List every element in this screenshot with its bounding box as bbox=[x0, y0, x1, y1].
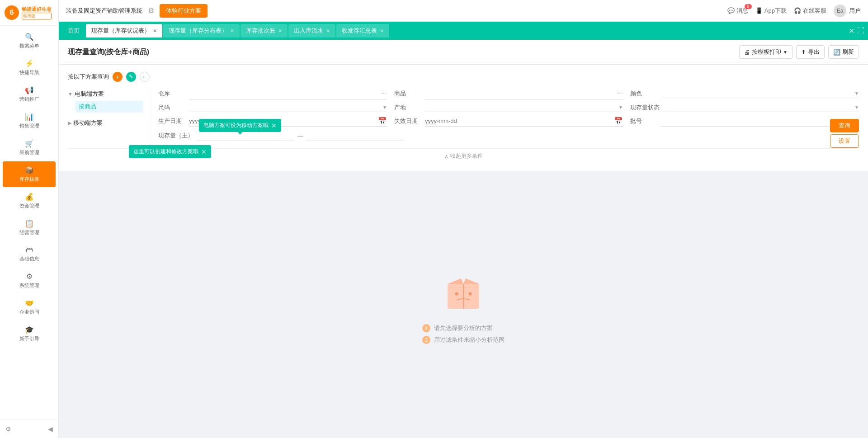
filter-edit-btn[interactable]: ✎ bbox=[126, 72, 136, 82]
print-template-btn[interactable]: 🖨 按模板打印 ▼ bbox=[739, 45, 793, 59]
sidebar-item-inventory[interactable]: 📦 库存核算 bbox=[3, 161, 56, 187]
reset-button[interactable]: 设置 bbox=[830, 134, 859, 148]
sidebar-item-enterprise[interactable]: 🤝 企业协同 bbox=[3, 294, 56, 320]
scheme-item-label: 按商品 bbox=[79, 103, 96, 111]
scheme-item-jieshangpin[interactable]: 按商品 bbox=[75, 101, 143, 113]
mobile-scheme-header[interactable]: ▶ 移动端方案 bbox=[68, 116, 143, 130]
sidebar-item-newbie[interactable]: 🎓 新手引导 bbox=[3, 321, 56, 347]
stock-main-to-input[interactable] bbox=[306, 130, 404, 141]
empty-step-2: 2 用过滤条件来缩小分析范围 bbox=[422, 336, 505, 344]
tooltip1-close[interactable]: ✕ bbox=[271, 122, 277, 129]
empty-step-1: 1 请先选择要分析的方案 bbox=[422, 324, 505, 332]
tab-stock-batch-close[interactable]: ✕ bbox=[278, 28, 282, 34]
collapse-label: 收起更多条件 bbox=[450, 152, 483, 160]
step1-num: 1 bbox=[422, 324, 430, 332]
user-area[interactable]: Ea 用户 bbox=[834, 5, 861, 17]
export-btn[interactable]: ⬆ 导出 bbox=[796, 45, 825, 59]
tab-in-out[interactable]: 出入库流水 ✕ bbox=[288, 24, 335, 38]
export-label: 导出 bbox=[808, 48, 820, 56]
sidebar-item-guide[interactable]: ⚡ 快捷导航 bbox=[3, 55, 56, 80]
system-title: 装备及固定资产辅助管理系统 bbox=[66, 7, 142, 15]
origin-select[interactable]: ▼ bbox=[425, 103, 623, 112]
sidebar-label-operation: 经营管理 bbox=[19, 229, 39, 236]
sidebar-label-inventory: 库存核算 bbox=[19, 176, 39, 183]
sidebar-item-marketing[interactable]: 📢 营销推广 bbox=[3, 81, 56, 107]
tab-home-label: 首页 bbox=[68, 27, 80, 35]
tooltip1-text: 电脑方案可设为移动方案哦 bbox=[203, 122, 269, 129]
sidebar-item-basic[interactable]: 🗃 基础信息 bbox=[3, 241, 56, 267]
desktop-scheme-label: 电脑端方案 bbox=[75, 90, 104, 98]
tab-stock-status-close[interactable]: ✕ bbox=[153, 28, 157, 34]
warehouse-label: 仓库 bbox=[158, 89, 185, 98]
filter-body: ▼ 电脑端方案 按商品 ▶ 移动端方案 bbox=[68, 87, 859, 145]
prod-date-calendar-icon[interactable]: 📅 bbox=[378, 117, 387, 125]
service-label: 在线客服 bbox=[803, 7, 826, 15]
filter-origin: 产地 ▼ bbox=[394, 103, 623, 112]
system-icon: ⚙ bbox=[26, 272, 33, 281]
svg-point-3 bbox=[469, 292, 472, 295]
warehouse-select[interactable]: ··· bbox=[189, 87, 387, 99]
tab-stock-dist[interactable]: 现存量（库存分布表） ✕ bbox=[163, 24, 240, 38]
settings-icon[interactable]: ⚙ bbox=[148, 6, 154, 15]
logo-icon: 6 bbox=[5, 5, 19, 20]
empty-steps: 1 请先选择要分析的方案 2 用过滤条件来缩小分析范围 bbox=[422, 324, 505, 344]
app-download-link[interactable]: 📱 App下载 bbox=[755, 7, 787, 15]
trial-button[interactable]: 体验行业方案 bbox=[160, 4, 208, 18]
sidebar-item-finance[interactable]: 💰 资金管理 bbox=[3, 188, 56, 214]
sidebar-item-sales[interactable]: 📊 销售管理 bbox=[3, 108, 56, 134]
product-dots-icon[interactable]: ··· bbox=[617, 89, 623, 97]
tab-stock-dist-label: 现存量（库存分布表） bbox=[169, 27, 227, 35]
tab-home[interactable]: 首页 bbox=[62, 24, 85, 38]
refresh-btn[interactable]: 🔄 刷新 bbox=[828, 45, 859, 59]
sidebar-item-search[interactable]: 🔍 搜索菜单 bbox=[3, 28, 56, 54]
logo-area: 6 畅捷通好生意 标准版 bbox=[0, 0, 58, 26]
tab-actions: ✕ ⛶ bbox=[849, 27, 864, 35]
filter-add-btn[interactable]: + bbox=[113, 72, 123, 82]
tab-close-all-btn[interactable]: ✕ bbox=[849, 27, 854, 35]
collapse-sidebar-btn[interactable]: ◀ bbox=[46, 424, 55, 434]
exp-date-calendar-icon[interactable]: 📅 bbox=[614, 117, 623, 125]
right-buttons: 查询 设置 bbox=[830, 119, 859, 148]
sidebar-item-purchase[interactable]: 🛒 采购管理 bbox=[3, 135, 56, 160]
batch-label: 批号 bbox=[630, 117, 657, 125]
filter-back-btn[interactable]: ← bbox=[140, 72, 150, 82]
desktop-scheme-header[interactable]: ▼ 电脑端方案 bbox=[68, 87, 143, 101]
tab-fullscreen-btn[interactable]: ⛶ bbox=[857, 27, 864, 35]
tab-stock-batch[interactable]: 库存批次账 ✕ bbox=[241, 24, 288, 38]
exp-date-input-wrap: 📅 bbox=[425, 116, 623, 127]
sidebar-label-newbie: 新手引导 bbox=[19, 335, 39, 342]
tooltip2-close[interactable]: ✕ bbox=[201, 148, 207, 155]
product-select[interactable]: ··· bbox=[425, 87, 623, 99]
tab-stock-dist-close[interactable]: ✕ bbox=[230, 28, 234, 34]
tab-collect-send[interactable]: 收发存汇总表 ✕ bbox=[336, 24, 389, 38]
tab-collect-send-close[interactable]: ✕ bbox=[380, 28, 384, 34]
stock-status-select[interactable]: ▼ bbox=[663, 103, 859, 112]
prod-date-label: 生产日期 bbox=[158, 117, 185, 125]
tab-stock-status[interactable]: 现存量（库存状况表） ✕ bbox=[86, 24, 162, 38]
filter-label: 按以下方案查询 bbox=[68, 73, 109, 81]
tab-in-out-close[interactable]: ✕ bbox=[326, 28, 330, 34]
warehouse-dots-icon[interactable]: ··· bbox=[381, 89, 387, 97]
batch-input[interactable] bbox=[661, 116, 859, 127]
finance-icon: 💰 bbox=[25, 193, 34, 201]
color-select[interactable]: ▼ bbox=[661, 89, 859, 98]
search-icon: 🔍 bbox=[25, 33, 34, 41]
size-select[interactable]: ▼ bbox=[189, 103, 387, 112]
messages-link[interactable]: 💬 消息 9 bbox=[727, 7, 748, 15]
sidebar-label-sales: 销售管理 bbox=[19, 122, 39, 129]
sidebar-label-purchase: 采购管理 bbox=[19, 149, 39, 156]
svg-point-2 bbox=[455, 292, 458, 295]
sidebar-item-operation[interactable]: 📋 经营管理 bbox=[3, 215, 56, 240]
operation-icon: 📋 bbox=[25, 219, 34, 228]
step2-num: 2 bbox=[422, 336, 430, 344]
settings-bottom-icon[interactable]: ⚙ bbox=[4, 424, 13, 434]
exp-date-input[interactable] bbox=[425, 116, 614, 126]
online-service-link[interactable]: 🎧 在线客服 bbox=[794, 7, 826, 15]
service-icon: 🎧 bbox=[794, 7, 801, 14]
sidebar-item-system[interactable]: ⚙ 系统管理 bbox=[3, 268, 56, 293]
color-label: 颜色 bbox=[630, 89, 657, 98]
phone-icon: 📱 bbox=[755, 7, 763, 14]
inventory-icon: 📦 bbox=[25, 166, 34, 174]
message-icon: 💬 bbox=[727, 7, 735, 14]
search-button[interactable]: 查询 bbox=[830, 119, 859, 132]
